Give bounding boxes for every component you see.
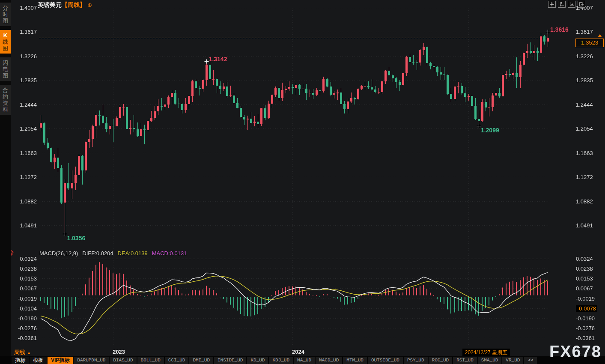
main-right-axis-tick: 1.1272 [576, 174, 593, 180]
bottom-tab-inside_ud[interactable]: INSIDE_UD [214, 357, 246, 364]
chart-canvas[interactable] [0, 0, 605, 364]
main-right-axis-tick: 1.2444 [576, 101, 593, 108]
main-left-axis-tick: 1.2444 [13, 101, 37, 108]
bottom-tab->>[interactable]: >> [524, 357, 536, 364]
axis-scale-right-icon[interactable] [568, 1, 575, 8]
sidebar-tab-char: 闪 [0, 60, 11, 66]
macd-left-axis-tick: -0.0276 [13, 325, 37, 331]
macd-indicator-header: MACD(26,12,9)DIFF:0.0204DEA:0.0139MACD:0… [39, 250, 191, 257]
bottom-tab-kdj_ud[interactable]: KDJ_UD [269, 357, 293, 364]
last-price-label: 1.3523 [575, 39, 604, 47]
main-left-axis-tick: 1.2835 [13, 77, 37, 84]
main-left-axis-tick: 1.3226 [13, 53, 37, 60]
sidebar-tab-char: 图 [0, 45, 11, 51]
bottom-tab-psy_ud[interactable]: PSY_UD [404, 357, 428, 364]
macd-left-axis-tick: -0.0019 [13, 295, 37, 302]
bottom-tab-[interactable]: 模板 [30, 357, 47, 364]
time-axis-year-label: 2023 [113, 349, 125, 355]
sidebar-tab-char: 分 [0, 5, 11, 11]
time-axis-date-highlight: 2024/12/27 星期五 [462, 349, 510, 357]
bottom-tab-[interactable]: 指标 [12, 357, 29, 364]
pan-icon[interactable] [548, 1, 556, 8]
sidebar-tab-char: 线 [0, 39, 11, 45]
sidebar-tab-1[interactable]: K线图 [0, 30, 11, 54]
main-right-axis-tick: 1.3226 [576, 53, 593, 60]
period-selector-label: 周线 [14, 349, 25, 355]
sidebar-tab-char: 约 [0, 93, 11, 100]
sidebar-tab-char: K [0, 32, 11, 39]
macd-left-axis-tick: -0.0190 [13, 315, 37, 322]
macd-axis-right-tick: -0.0361 [576, 335, 595, 341]
main-left-axis-tick: 1.0491 [13, 222, 37, 229]
macd-axis-right-tick: -0.0190 [576, 315, 595, 322]
main-right-axis-tick: 1.2054 [576, 125, 593, 132]
bottom-tab-barupdn_ud[interactable]: BARUPDN_UD [74, 357, 109, 364]
bottom-tab-sma_ud[interactable]: SMA_UD [478, 357, 502, 364]
bottom-tab-ma_ud[interactable]: MA_UD [294, 357, 315, 364]
bottom-tab-outside_ud[interactable]: OUTSIDE_UD [368, 357, 403, 364]
macd-name: MACD(26,12,9) [39, 250, 78, 257]
chart-type-sidebar: 分时图K线图闪电图合约资料 [0, 0, 11, 356]
fx678-watermark: FX678 [549, 343, 602, 361]
macd-left-axis-tick: 0.0238 [13, 266, 37, 272]
sidebar-tab-2[interactable]: 闪电图 [0, 57, 11, 81]
bottom-tab-bias_ud[interactable]: BIAS_UD [110, 357, 136, 364]
price-annotation-1.2099: 1.2099 [481, 127, 499, 134]
sidebar-tab-char: 图 [0, 18, 11, 24]
chart-title: 英镑美元【周线】⊕ [38, 1, 92, 9]
sidebar-tab-char: 电 [0, 66, 11, 72]
main-right-axis-tick: 1.0882 [576, 198, 593, 205]
period-selector[interactable]: 周线 ▲ [14, 349, 31, 356]
main-left-axis-tick: 1.2054 [13, 125, 37, 132]
bottom-tab-vr_ud[interactable]: VR_UD [502, 357, 523, 364]
sidebar-tab-char: 图 [0, 72, 11, 79]
bottom-tab-dmi_ud[interactable]: DMI_UD [189, 357, 213, 364]
macd-axis-right-tick: 0.0153 [576, 275, 593, 282]
macd-left-axis-tick: 0.0067 [13, 285, 37, 292]
sidebar-tab-char: 合 [0, 87, 11, 93]
indicator-tab-bar: 指标模板VIP指标BARUPDN_UDBIAS_UDBOLL_UDCCI_UDD… [0, 356, 605, 364]
macd-left-axis-tick: 0.0324 [13, 256, 37, 262]
time-axis-year-label: 2024 [292, 349, 304, 355]
chevron-up-icon: ▲ [27, 350, 31, 355]
main-left-axis-tick: 1.4007 [13, 5, 37, 11]
macd-axis-right-tick: 0.0324 [576, 256, 593, 262]
axis-scale-left-icon[interactable] [558, 1, 566, 8]
exit-right-icon[interactable] [578, 1, 585, 8]
add-indicator-icon[interactable]: ⊕ [87, 2, 92, 8]
sidebar-tab-3[interactable]: 合约资料 [0, 85, 11, 115]
period-tag: 【周线】 [62, 1, 86, 8]
bottom-tab-vip[interactable]: VIP指标 [48, 357, 73, 364]
bottom-tab-cci_ud[interactable]: CCI_UD [165, 357, 189, 364]
macd-axis-right-tick: -0.0019 [576, 295, 595, 302]
last-price-up-arrow [598, 34, 602, 37]
main-right-axis-tick: 1.0491 [576, 222, 593, 229]
chart-application-window: 分时图K线图闪电图合约资料 英镑美元【周线】⊕ 1.40071.36171.32… [0, 0, 605, 364]
bottom-tab-kd_ud[interactable]: KD_UD [247, 357, 268, 364]
main-right-axis-tick: 1.1663 [576, 150, 593, 156]
macd-macd-value: MACD:0.0131 [152, 250, 187, 257]
bottom-tab-macd_ud[interactable]: MACD_UD [316, 357, 342, 364]
macd-axis-right-tick: 0.0238 [576, 266, 593, 272]
macd-diff-value: DIFF:0.0204 [82, 250, 113, 257]
main-left-axis-tick: 1.1272 [13, 174, 37, 180]
macd-left-axis-tick: -0.0104 [13, 305, 37, 312]
main-right-axis-tick: 1.3617 [576, 29, 593, 35]
symbol-name: 英镑美元 [38, 1, 62, 8]
sidebar-tab-char: 资 [0, 100, 11, 106]
main-left-axis-tick: 1.0882 [13, 198, 37, 205]
sidebar-tab-char: 料 [0, 106, 11, 113]
bottom-tab-rsi_ud[interactable]: RSI_UD [453, 357, 477, 364]
bottom-tab-boll_ud[interactable]: BOLL_UD [137, 357, 164, 364]
sidebar-tab-0[interactable]: 分时图 [0, 3, 11, 26]
main-right-axis-tick: 1.2835 [576, 77, 593, 84]
macd-axis-right-tick: 0.0067 [576, 285, 593, 292]
bottom-tab-roc_ud[interactable]: ROC_UD [429, 357, 453, 364]
bottom-tab-mtm_ud[interactable]: MTM_UD [343, 357, 367, 364]
macd-left-axis-tick: -0.0361 [13, 335, 37, 341]
price-annotation-1.0356: 1.0356 [67, 235, 85, 242]
price-annotation-1.3616: 1.3616 [550, 26, 569, 33]
chart-toolbar [548, 1, 585, 8]
macd-dea-value: DEA:0.0139 [118, 250, 148, 257]
sidebar-tab-char: 时 [0, 11, 11, 18]
